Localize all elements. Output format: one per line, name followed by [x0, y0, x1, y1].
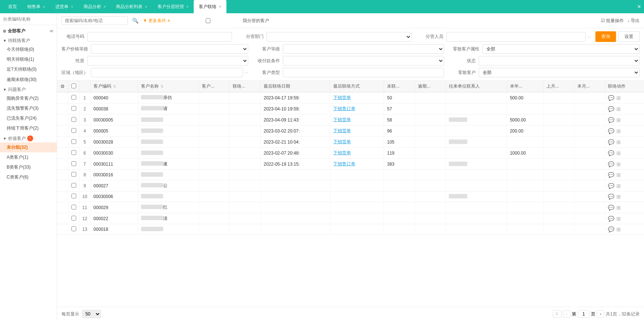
- page-number-input[interactable]: [578, 310, 590, 318]
- all-customers-header[interactable]: ⊞ 全部客户 ≪: [0, 25, 57, 36]
- grid-action-icon[interactable]: ⊞: [616, 139, 621, 145]
- contact-method-link[interactable]: 下销货单: [333, 95, 351, 100]
- row-checkbox[interactable]: [71, 226, 76, 231]
- grid-action-icon[interactable]: ⊞: [616, 106, 621, 112]
- filter-select-price-level[interactable]: [91, 44, 248, 54]
- grid-action-icon[interactable]: ⊞: [616, 95, 621, 101]
- filter-input-phone[interactable]: [87, 32, 232, 42]
- sidebar-search-input[interactable]: [3, 17, 57, 22]
- first-page-button[interactable]: K: [553, 310, 562, 318]
- filter-select-customer-level[interactable]: [283, 44, 444, 54]
- sidebar-item-today-pending[interactable]: 今天待联络(0): [0, 45, 57, 54]
- chat-icon[interactable]: 💬: [608, 183, 614, 189]
- grid-action-icon[interactable]: ⊞: [616, 194, 621, 200]
- close-icon[interactable]: ×: [71, 4, 73, 9]
- chat-icon[interactable]: 💬: [608, 128, 614, 134]
- next-page-button[interactable]: ›: [597, 310, 604, 318]
- group-value-customers[interactable]: ▼ 价值客户 !: [0, 134, 57, 142]
- chat-icon[interactable]: 💬: [608, 106, 614, 112]
- grid-action-icon[interactable]: ⊞: [616, 172, 621, 178]
- row-checkbox[interactable]: [71, 172, 76, 177]
- row-checkbox[interactable]: [71, 216, 76, 221]
- row-checkbox[interactable]: [71, 194, 76, 198]
- close-icon[interactable]: ×: [43, 4, 45, 9]
- close-icon[interactable]: ×: [219, 4, 221, 9]
- batch-op-button[interactable]: ☑ 批量操作: [601, 18, 624, 24]
- sidebar-item-c-class[interactable]: C类客户(6): [0, 172, 57, 182]
- nav-close-button[interactable]: ×: [637, 3, 641, 11]
- chat-icon[interactable]: 💬: [608, 150, 614, 156]
- close-icon[interactable]: ×: [186, 4, 189, 9]
- filter-input-person[interactable]: [446, 32, 586, 42]
- filter-input-region[interactable]: [91, 68, 243, 77]
- tab-home[interactable]: 首页: [3, 0, 22, 13]
- filter-select-scatter-attr[interactable]: 全部: [482, 44, 640, 54]
- close-icon[interactable]: ×: [145, 4, 147, 9]
- chat-icon[interactable]: 💬: [608, 172, 614, 178]
- row-checkbox[interactable]: [71, 183, 76, 188]
- grid-action-icon[interactable]: ⊞: [616, 183, 621, 189]
- filter-select-payment[interactable]: [283, 56, 444, 66]
- chat-icon[interactable]: 💬: [608, 139, 614, 145]
- row-checkbox[interactable]: [71, 128, 76, 133]
- contact-method-link[interactable]: 下销售订单: [333, 106, 355, 111]
- sidebar-item-unclassified[interactable]: 未分组(32): [0, 142, 57, 152]
- grid-action-icon[interactable]: ⊞: [616, 226, 621, 232]
- region-more-icon[interactable]: ···: [244, 70, 248, 75]
- gear-icon[interactable]: ⚙: [60, 84, 65, 89]
- chat-icon[interactable]: 💬: [608, 194, 614, 200]
- sidebar-item-churned[interactable]: 已流失客户(24): [0, 113, 57, 123]
- contact-method-link[interactable]: 下销货单: [333, 139, 351, 144]
- filter-input-customer-type[interactable]: [283, 68, 444, 77]
- search-input[interactable]: [61, 16, 128, 25]
- row-checkbox[interactable]: [71, 205, 76, 209]
- chat-icon[interactable]: 💬: [608, 95, 614, 101]
- grid-action-icon[interactable]: ⊞: [616, 216, 621, 222]
- grid-action-icon[interactable]: ⊞: [616, 161, 621, 167]
- row-checkbox[interactable]: [71, 139, 76, 144]
- sidebar-item-churn-warning[interactable]: 流失预警客户(3): [0, 103, 57, 113]
- prev-page-button[interactable]: ‹: [563, 310, 570, 318]
- contact-method-link[interactable]: 下销货单: [333, 117, 351, 122]
- export-button[interactable]: ↓ 导出: [627, 18, 640, 24]
- collapse-icon[interactable]: ≪: [49, 29, 54, 33]
- grid-action-icon[interactable]: ⊞: [616, 128, 621, 134]
- contact-method-link[interactable]: 下销货单: [333, 150, 351, 155]
- row-checkbox[interactable]: [71, 150, 76, 155]
- sidebar-item-overdue-pending[interactable]: 逾期未联络(30): [0, 75, 57, 85]
- search-action-button[interactable]: 查询: [595, 31, 616, 42]
- close-icon[interactable]: ×: [103, 4, 106, 9]
- tab-product-analysis[interactable]: 商品分析 ×: [78, 0, 111, 13]
- chat-icon[interactable]: 💬: [608, 226, 614, 232]
- tab-customer-contact[interactable]: 客户联络 ×: [194, 0, 226, 13]
- page-size-select[interactable]: 50 10 20 100: [82, 310, 101, 318]
- tab-product-analysis-list[interactable]: 商品分析列表 ×: [111, 0, 152, 13]
- row-checkbox[interactable]: [71, 106, 76, 111]
- search-button[interactable]: 🔍: [132, 18, 138, 24]
- row-checkbox[interactable]: [71, 161, 76, 166]
- row-checkbox[interactable]: [71, 117, 76, 122]
- group-pending-contact[interactable]: ▼ 待联络客户: [0, 36, 57, 45]
- contact-method-link[interactable]: 下销售订单: [333, 161, 355, 166]
- filter-select-status[interactable]: [479, 56, 640, 66]
- filter-select-dept[interactable]: [267, 32, 411, 42]
- chat-icon[interactable]: 💬: [608, 216, 614, 222]
- tab-sales-order[interactable]: 销售单 ×: [22, 0, 50, 13]
- chat-icon[interactable]: 💬: [608, 205, 614, 211]
- person-more-icon[interactable]: ···: [587, 34, 591, 39]
- chat-icon[interactable]: 💬: [608, 161, 614, 167]
- my-customers-checkbox-label[interactable]: 我分管的客户: [175, 18, 269, 24]
- sidebar-item-a-class[interactable]: A类客户(1): [0, 152, 57, 162]
- sidebar-item-declining[interactable]: 持续下滑客户(2): [0, 123, 57, 133]
- chat-icon[interactable]: 💬: [608, 117, 614, 123]
- grid-action-icon[interactable]: ⊞: [616, 205, 621, 211]
- sidebar-item-abnormal[interactable]: 囤购异常客户(2): [0, 94, 57, 103]
- tab-purchase-order[interactable]: 进货单 ×: [50, 0, 78, 13]
- group-problem-customers[interactable]: ▼ 问题客户: [0, 85, 57, 94]
- sidebar-item-b-class[interactable]: B类客户(33): [0, 162, 57, 172]
- my-customers-checkbox[interactable]: [175, 18, 241, 23]
- grid-action-icon[interactable]: ⊞: [616, 117, 621, 123]
- sidebar-item-7days-pending[interactable]: 近7天待联络(0): [0, 64, 57, 74]
- filter-select-scatter-customer[interactable]: 全部: [479, 68, 640, 77]
- row-checkbox[interactable]: [71, 95, 76, 100]
